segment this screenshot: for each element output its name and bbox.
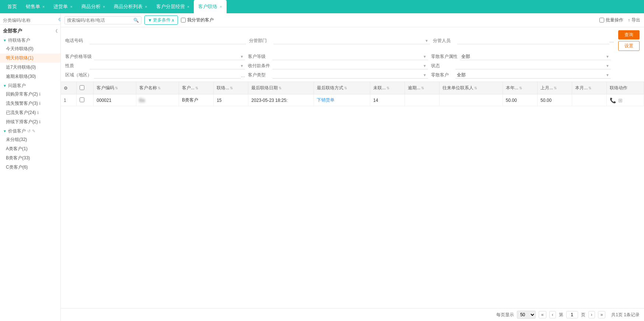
filter-region-dots[interactable]: ...: [241, 72, 245, 78]
filter-cust-type-select[interactable]: [272, 72, 428, 79]
prev-page-button[interactable]: ‹: [549, 311, 556, 318]
filter-nature-select[interactable]: [90, 62, 245, 69]
toolbar: 🔍 ▼ 更多条件 ∧ 我分管的客户 批量操作 ↑ 导出: [61, 13, 644, 27]
close-analysis-list-icon[interactable]: ×: [145, 4, 147, 9]
nav-customer-contact[interactable]: 客户联络 ×: [194, 0, 226, 13]
top-nav: 首页 销售单 × 进货单 × 商品分析 × 商品分析列表 × 客户分层经营 × …: [0, 0, 644, 13]
nav-customer-tier[interactable]: 客户分层经营 ×: [152, 0, 194, 13]
sidebar-item-c-class[interactable]: C类客户(6): [0, 163, 60, 172]
col-this-year[interactable]: 本年...⇅: [503, 82, 537, 94]
filter-row-3: 性质 ▼ 收付款条件 ▼ 状态: [65, 62, 640, 69]
filter-retail-wrap: 全部 ▼: [455, 72, 611, 79]
sidebar: 🔍 全部客户 《 ▼ 待联络客户 今天待联络(0) 明天待联络(1) 近7天待联…: [0, 13, 61, 321]
query-button[interactable]: 查询: [618, 30, 640, 39]
filter-payment-label: 收付款条件: [248, 63, 270, 69]
filter-dept-field: 分管部门 ▼: [249, 37, 430, 44]
sidebar-item-overdue[interactable]: 逾期未联络(30): [0, 72, 60, 81]
col-unit-contact[interactable]: 往来单位联系人⇅: [440, 82, 503, 94]
sidebar-item-lost[interactable]: 已流失客户(24) ℹ: [0, 108, 60, 117]
value-refresh-icon[interactable]: ↺: [27, 129, 31, 134]
col-overdue[interactable]: 逾期...⇅: [405, 82, 440, 94]
sidebar-item-7days[interactable]: 近7天待联络(0): [0, 63, 60, 72]
last-page-button[interactable]: »: [598, 311, 606, 318]
filter-price-level-select[interactable]: [94, 53, 245, 60]
filter-cust-level-select[interactable]: [272, 53, 428, 60]
filter-region-input[interactable]: [94, 72, 241, 79]
filter-retail-label: 零散客户: [431, 72, 453, 78]
action-icons-wrap: 📞 ⊞: [610, 97, 641, 103]
nav-analysis-list[interactable]: 商品分析列表 ×: [109, 0, 151, 13]
sidebar-item-warning[interactable]: 流失预警客户(3) ℹ: [0, 99, 60, 108]
col-name[interactable]: 客户名称⇅: [136, 82, 179, 94]
close-analysis-icon[interactable]: ×: [103, 4, 105, 9]
more-filter-button[interactable]: ▼ 更多条件 ∧: [144, 15, 178, 25]
filter-manager-input[interactable]: [457, 37, 609, 44]
filter-status-select[interactable]: [455, 62, 611, 69]
col-type[interactable]: 客户...⇅: [179, 82, 213, 94]
sidebar-triangle-value: ▼: [3, 129, 7, 133]
select-all-checkbox[interactable]: [80, 85, 84, 90]
nav-home[interactable]: 首页: [3, 0, 21, 13]
filter-nature-field: 性质 ▼: [65, 62, 245, 69]
col-last-date[interactable]: 最后联络日期⇅: [248, 82, 314, 94]
action-grid-icon[interactable]: ⊞: [618, 97, 623, 103]
filter-retail-select[interactable]: 全部: [455, 72, 611, 79]
col-uncontact[interactable]: 未联...⇅: [370, 82, 405, 94]
col-contacts[interactable]: 联络...⇅: [214, 82, 248, 94]
col-code[interactable]: 客户编码⇅: [94, 82, 136, 94]
sidebar-item-ungroup[interactable]: 未分组(32): [0, 135, 60, 144]
col-checkbox: [76, 82, 93, 94]
sidebar-search-icon[interactable]: 🔍: [58, 18, 61, 23]
col-last-month[interactable]: 上月...⇅: [538, 82, 572, 94]
action-phone-icon[interactable]: 📞: [610, 97, 616, 103]
row-checkbox[interactable]: [80, 97, 84, 102]
main-search-input[interactable]: [67, 18, 133, 23]
col-this-month[interactable]: 本月...⇅: [572, 82, 607, 94]
main-search-icon[interactable]: 🔍: [133, 18, 139, 23]
sort-contacts-icon: ⇅: [230, 86, 233, 90]
filter-manager-dots[interactable]: ...: [609, 38, 614, 44]
content-area: 🔍 ▼ 更多条件 ∧ 我分管的客户 批量操作 ↑ 导出: [61, 13, 644, 321]
filter-retail-attr-select[interactable]: 全部: [460, 53, 611, 60]
filter-actions: 查询 设置: [618, 30, 640, 51]
sidebar-item-b-class[interactable]: B类客户(33): [0, 153, 60, 163]
filter-dept-select[interactable]: [273, 37, 430, 44]
sidebar-item-a-class[interactable]: A类客户(1): [0, 144, 60, 153]
sidebar-item-abnormal[interactable]: 回购异常客户(2) ℹ: [0, 90, 60, 99]
batch-checkbox[interactable]: [599, 18, 604, 23]
first-page-button[interactable]: «: [539, 311, 546, 318]
filter-payment-select[interactable]: [272, 62, 428, 69]
filter-panel: 电话号码 分管部门 ▼ 分管人员 ... 查询 设置: [61, 27, 644, 82]
next-page-button[interactable]: ›: [588, 311, 595, 318]
sidebar-item-today[interactable]: 今天待联络(0): [0, 44, 60, 54]
close-customer-tier-icon[interactable]: ×: [187, 4, 189, 9]
row-action: 📞 ⊞: [607, 94, 644, 106]
export-button[interactable]: ↑ 导出: [628, 17, 640, 23]
close-purchase-icon[interactable]: ×: [70, 4, 72, 9]
last-way-link[interactable]: 下销货单: [317, 97, 335, 103]
nav-sales[interactable]: 销售单 ×: [21, 0, 49, 13]
sort-last-month-icon: ⇅: [554, 86, 557, 90]
sidebar-search-input[interactable]: [3, 18, 58, 23]
filter-phone-input[interactable]: [90, 37, 246, 44]
nav-analysis[interactable]: 商品分析 ×: [77, 0, 109, 13]
my-customer-checkbox[interactable]: [181, 18, 186, 23]
close-sales-icon[interactable]: ×: [42, 4, 45, 9]
nav-purchase[interactable]: 进货单 ×: [49, 0, 77, 13]
filter-cust-level-field: 客户等级 ▼: [248, 53, 428, 60]
set-button[interactable]: 设置: [618, 41, 640, 51]
sidebar-group-problem: ▼ 问题客户: [0, 81, 60, 90]
page-input[interactable]: [566, 311, 578, 318]
table-row: 1 000021 Ea B类客户 15 2023-05-23 18:25: 下销…: [61, 94, 644, 106]
filter-cust-level-wrap: ▼: [272, 53, 428, 60]
my-customer-checkbox-wrap[interactable]: 我分管的客户: [181, 17, 214, 23]
page-size-select[interactable]: 20 50 100 200: [517, 311, 536, 319]
sidebar-all-customers[interactable]: 全部客户 《: [0, 26, 60, 36]
value-edit-icon[interactable]: ✎: [32, 129, 35, 134]
sidebar-item-tomorrow[interactable]: 明天待联络(1): [0, 54, 60, 63]
col-last-way[interactable]: 最后联络方式⇅: [314, 82, 370, 94]
col-gear[interactable]: ⚙: [61, 82, 76, 94]
batch-op-button[interactable]: 批量操作: [599, 17, 623, 23]
close-customer-contact-icon[interactable]: ×: [220, 4, 222, 9]
sidebar-item-declining[interactable]: 持续下滑客户(2) ℹ: [0, 117, 60, 127]
